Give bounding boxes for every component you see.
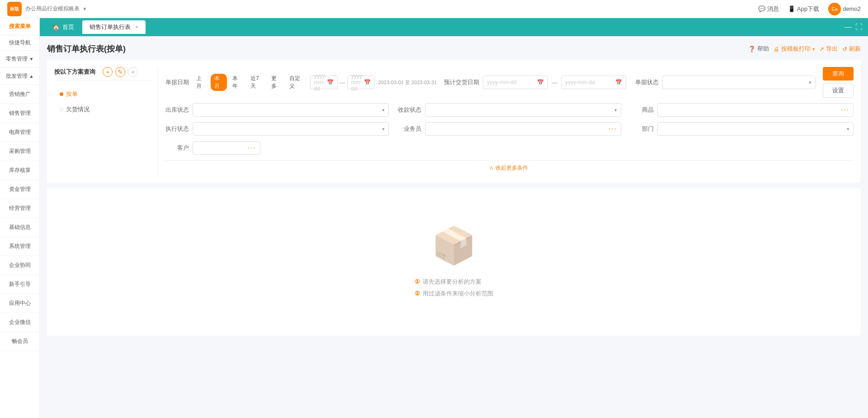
collection-label: 收款状态 xyxy=(396,106,421,114)
tab-home-label: 首页 xyxy=(62,23,74,31)
date-tab-thismonth[interactable]: 本月 xyxy=(211,74,227,91)
tab-salesorder-close[interactable]: × xyxy=(135,24,138,30)
execution-label: 执行状态 xyxy=(164,125,189,133)
expected-date-label: 预计交货日期 xyxy=(444,78,479,86)
sidebar-nav[interactable]: 快捷导航 xyxy=(0,35,39,51)
empty-icon: 📦 xyxy=(431,224,476,267)
end-date-input[interactable]: yyyy-mm-dd 📅 xyxy=(347,76,375,89)
sidebar-label-operations: 经营管理 xyxy=(2,204,38,212)
sidebar-label-enterprise: 企业协同 xyxy=(2,261,38,269)
settings-btn[interactable]: 设置 xyxy=(823,83,854,98)
page-title: 销售订单执行表(按单) xyxy=(47,43,126,54)
print-dropdown-icon[interactable]: ▾ xyxy=(812,47,815,52)
sidebar-item-operations[interactable]: 经营管理 xyxy=(0,199,39,218)
sidebar-item-retail[interactable]: 零售管理 ▼ xyxy=(0,51,39,68)
dept-label: 部门 xyxy=(628,125,654,133)
sidebar-search[interactable]: 搜索菜单 xyxy=(0,18,39,35)
sidebar-label-newguide: 新手引导 xyxy=(2,280,38,288)
tab-home[interactable]: 🏠 首页 xyxy=(45,20,81,34)
sidebar-item-corpwechat[interactable]: 企业微信 xyxy=(0,313,39,332)
date-tab-custom[interactable]: 自定义 xyxy=(286,74,307,91)
sidebar-label-inventory: 库存核算 xyxy=(2,166,38,174)
maximize-btn[interactable]: ⛶ xyxy=(855,23,863,31)
sidebar-label-finance: 资金管理 xyxy=(2,185,38,193)
active-dot xyxy=(60,92,63,96)
scheme-arrears[interactable]: 欠货情况 xyxy=(54,102,152,117)
outbound-label: 出库状态 xyxy=(164,106,189,114)
app-download-btn[interactable]: 📱 App下载 xyxy=(788,5,819,13)
app-name: 办公用品行业模拟账表 xyxy=(25,5,80,13)
sidebar-item-sales[interactable]: 销售管理 xyxy=(0,104,39,123)
user-profile[interactable]: Ea demo2 xyxy=(828,3,861,15)
sidebar-item-newguide[interactable]: 新手引导 xyxy=(0,275,39,294)
sidebar-item-wholesale[interactable]: 批发管理 ▲ xyxy=(0,68,39,85)
collection-select[interactable]: ▾ xyxy=(425,103,621,117)
sidebar-label-purchase: 采购管理 xyxy=(2,147,38,155)
message-btn[interactable]: 💬 消息 xyxy=(758,5,779,13)
outbound-select[interactable]: ▾ xyxy=(193,103,389,117)
expected-start-date[interactable]: yyyy-mm-dd 📅 xyxy=(483,76,548,89)
sidebar-item-enterprise[interactable]: 企业协同 xyxy=(0,256,39,275)
help-btn[interactable]: ❓ 帮助 xyxy=(748,45,769,53)
collection-arrow: ▾ xyxy=(614,107,617,113)
export-icon: ↗ xyxy=(819,46,824,52)
execution-select[interactable]: ▾ xyxy=(193,122,389,136)
template-print-btn[interactable]: 🖨 按模板打印 ▾ xyxy=(774,45,815,53)
sidebar-item-inventory[interactable]: 库存核算 xyxy=(0,161,39,180)
dept-arrow: ▾ xyxy=(847,126,849,132)
message-icon: 💬 xyxy=(758,5,765,12)
date-tabs: 上月 本月 本年 近7天 更多 自定义 xyxy=(193,74,307,91)
sidebar-item-appcenter[interactable]: 应用中心 xyxy=(0,294,39,313)
customer-label: 客户 xyxy=(164,144,189,152)
sidebar-label-appcenter: 应用中心 xyxy=(2,299,38,307)
sidebar-item-marketing[interactable]: 营销推广 xyxy=(0,85,39,104)
add-scheme-btn[interactable]: + xyxy=(103,67,113,77)
sidebar-label-retail: 零售管理 xyxy=(6,55,28,63)
sidebar-label-vip: 畅会员 xyxy=(2,337,38,345)
sidebar-item-vip[interactable]: 畅会员 xyxy=(0,332,39,351)
status-select[interactable]: ▾ xyxy=(662,76,816,89)
query-btn[interactable]: 查询 xyxy=(823,67,854,81)
collapse-scheme-btn[interactable]: « xyxy=(128,67,138,77)
export-btn[interactable]: ↗ 导出 xyxy=(819,45,838,53)
expected-end-date[interactable]: yyyy-mm-dd 📅 xyxy=(561,76,626,89)
tab-salesorder-label: 销售订单执行表 xyxy=(90,23,131,31)
sidebar-label-system: 系统管理 xyxy=(2,242,38,250)
date-tab-more[interactable]: 更多 xyxy=(268,74,284,91)
dept-select[interactable]: ▾ xyxy=(657,122,854,136)
sidebar-item-basic[interactable]: 基础信息 xyxy=(0,218,39,237)
arrears-icon xyxy=(60,108,63,111)
date-tab-last7days[interactable]: 近7天 xyxy=(247,74,266,91)
empty-state: 📦 ① 请先选择要分析的方案 ② 用过滤条件来缩小分析范围 xyxy=(47,188,861,336)
app-dropdown-icon[interactable]: ▾ xyxy=(83,5,86,12)
filter-section-title: 按以下方案查询 xyxy=(54,68,95,76)
sidebar-item-ecommerce[interactable]: 电商管理 xyxy=(0,123,39,142)
home-icon: 🏠 xyxy=(52,24,60,31)
empty-tips: ① 请先选择要分析的方案 ② 用过滤条件来缩小分析范围 xyxy=(415,276,493,299)
sidebar-label-wholesale: 批发管理 xyxy=(6,72,28,80)
salesman-dots: ··· xyxy=(609,125,617,133)
tab-salesorder[interactable]: 销售订单执行表 × xyxy=(82,20,146,34)
customer-select[interactable]: ··· xyxy=(193,141,260,155)
customer-dots: ··· xyxy=(248,144,256,152)
sidebar-label-basic: 基础信息 xyxy=(2,223,38,231)
sidebar-label-marketing: 营销推广 xyxy=(2,90,38,98)
scheme-byorder[interactable]: 按单 xyxy=(54,86,152,102)
collapse-more-btn[interactable]: ∧ 收起更多条件 xyxy=(164,160,854,176)
calendar-exp-end-icon: 📅 xyxy=(615,79,622,86)
refresh-btn[interactable]: ↺ 刷新 xyxy=(842,45,861,53)
sidebar-item-finance[interactable]: 资金管理 xyxy=(0,180,39,199)
product-select[interactable]: ··· xyxy=(657,103,854,117)
sidebar-item-system[interactable]: 系统管理 xyxy=(0,237,39,256)
minimize-btn[interactable]: — xyxy=(844,23,852,31)
edit-scheme-btn[interactable]: ✎ xyxy=(115,67,125,77)
start-date-input[interactable]: yyyy-mm-dd 📅 xyxy=(310,76,338,89)
salesman-select[interactable]: ··· xyxy=(425,122,621,136)
print-icon: 🖨 xyxy=(774,46,779,52)
chevron-down-icon: ▼ xyxy=(29,57,34,62)
sidebar-label-sales: 销售管理 xyxy=(2,109,38,117)
help-icon: ❓ xyxy=(748,46,755,52)
sidebar-item-purchase[interactable]: 采购管理 xyxy=(0,142,39,161)
date-tab-thisyear[interactable]: 本年 xyxy=(229,74,245,91)
date-tab-lastmonth[interactable]: 上月 xyxy=(193,74,209,91)
